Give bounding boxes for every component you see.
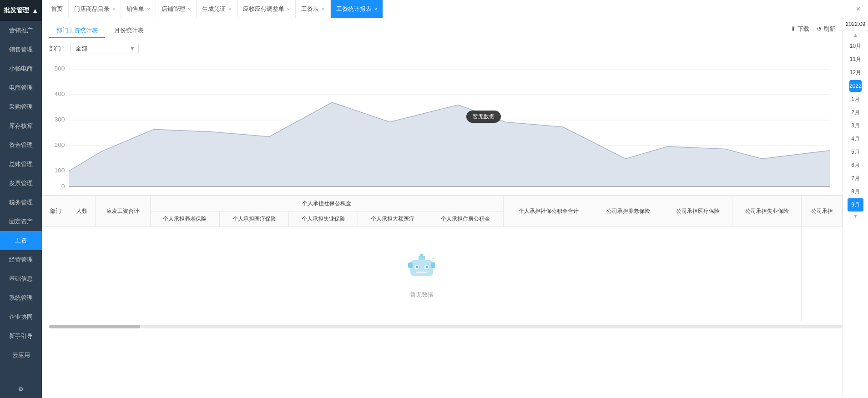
month-item-11月[interactable]: 11月 [848, 53, 863, 66]
tab-label: 生成凭证 [202, 5, 226, 13]
col-personal-social-total: 个人承担社保公积金合计 [503, 196, 594, 227]
sidebar-title: 批发管理 [4, 6, 29, 15]
refresh-icon: ↺ [817, 25, 822, 32]
month-item-8月[interactable]: 8月 [848, 185, 863, 198]
svg-rect-15 [431, 262, 435, 268]
month-item-5月[interactable]: 5月 [848, 146, 863, 159]
month-item-6月[interactable]: 6月 [848, 159, 863, 172]
svg-text:✦: ✦ [432, 257, 435, 261]
tab-label: 销售单 [126, 5, 144, 13]
sidebar-item-固定资产[interactable]: 固定资产 [0, 212, 42, 231]
dept-select[interactable]: 全部 [71, 43, 139, 54]
svg-text:200: 200 [54, 142, 65, 148]
tab-label: 工资表 [301, 5, 319, 13]
sidebar-item-经营管理[interactable]: 经营管理 [0, 250, 42, 269]
chart-tooltip: 暂无数据 [466, 111, 501, 123]
col-personal-medical: 个人承担医疗保险 [220, 212, 289, 227]
col-headcount: 人数 [69, 196, 96, 227]
svg-marker-12 [69, 102, 830, 186]
col-personal-social: 个人承担社保公积金 [150, 196, 503, 212]
tab-应收应付调整单[interactable]: 应收应付调整单× [237, 0, 296, 18]
sidebar-item-资金管理[interactable]: 资金管理 [0, 136, 42, 155]
month-item-2月[interactable]: 2月 [848, 106, 863, 119]
sidebar-item-库存核算[interactable]: 库存核算 [0, 116, 42, 136]
tab-close-icon[interactable]: × [322, 6, 324, 12]
table-area[interactable]: 部门 人数 应发工资合计 个人承担社保公积金 个人承担社保公积金合计 公司承担养… [42, 195, 843, 398]
tab-close-icon[interactable]: × [287, 6, 290, 12]
refresh-button[interactable]: ↺ 刷新 [817, 25, 835, 33]
year-month-panel: 2022.09 ▲ 10月11月12月20221月2月3月4月5月6月7月8月9… [843, 18, 868, 398]
no-data-text: 暂无数据 [410, 291, 434, 299]
tab-close-icon[interactable]: × [112, 6, 115, 12]
svg-text:0: 0 [61, 183, 65, 189]
col-company-pension: 公司承担养老保险 [594, 196, 663, 227]
month-item-12月[interactable]: 12月 [848, 66, 863, 79]
sidebar-header[interactable]: 批发管理 ▲ [0, 0, 42, 21]
sidebar-item-采购管理[interactable]: 采购管理 [0, 97, 42, 116]
tab-label: 门店商品目录 [74, 5, 110, 13]
no-data-row: ✦ ✦ 暂无数据 [42, 227, 802, 321]
tab-生成凭证[interactable]: 生成凭证× [197, 0, 237, 18]
close-all-icon[interactable]: ✕ [856, 5, 861, 12]
tab-close-icon[interactable]: × [188, 6, 191, 12]
download-icon: ⬇ [791, 25, 796, 32]
svg-text:✦: ✦ [429, 255, 431, 257]
sidebar-item-基础信息[interactable]: 基础信息 [0, 269, 42, 288]
year-up-icon[interactable]: ▲ [851, 30, 860, 40]
sidebar-item-系统管理[interactable]: 系统管理 [0, 288, 42, 307]
sub-tabs: 部门工资统计表月份统计表 ⬇ 下载 ↺ 刷新 [42, 18, 843, 38]
no-data-icon: ✦ ✦ [404, 249, 440, 285]
current-date-label: 2022.09 [843, 18, 868, 30]
sidebar-item-电商管理[interactable]: 电商管理 [0, 78, 42, 97]
svg-text:500: 500 [54, 65, 65, 72]
tab-工资统计报表[interactable]: 工资统计报表× [331, 0, 383, 18]
tab-门店商品目录[interactable]: 门店商品目录× [69, 0, 121, 18]
svg-text:400: 400 [54, 91, 65, 97]
tab-销售单[interactable]: 销售单× [121, 0, 156, 18]
tab-店铺管理[interactable]: 店铺管理× [156, 0, 197, 18]
col-personal-pension: 个人承担养老保险 [150, 212, 219, 227]
gear-icon: ⚙ [18, 386, 24, 393]
month-item-4月[interactable]: 4月 [848, 132, 863, 146]
dept-label: 部门： [49, 45, 67, 53]
sub-tab-部门工资统计表[interactable]: 部门工资统计表 [49, 24, 105, 38]
table-scrollbar[interactable] [49, 325, 843, 328]
col-personal-unemployment: 个人承担失业保险 [289, 212, 358, 227]
tab-工资表[interactable]: 工资表× [296, 0, 330, 18]
tabs-bar-close[interactable]: ✕ [852, 5, 864, 12]
month-item-10月[interactable]: 10月 [848, 40, 863, 53]
sidebar-item-工资[interactable]: 工资 [0, 231, 42, 250]
sidebar-item-云应用[interactable]: 云应用 [0, 346, 42, 365]
svg-text:300: 300 [54, 116, 65, 123]
download-button[interactable]: ⬇ 下载 [791, 25, 809, 33]
tab-close-icon[interactable]: × [228, 6, 231, 12]
sidebar-footer[interactable]: ⚙ [0, 380, 42, 398]
tab-close-icon[interactable]: × [374, 6, 377, 12]
sub-tab-月份统计表[interactable]: 月份统计表 [107, 24, 151, 38]
tab-close-icon[interactable]: × [147, 6, 150, 12]
col-personal-housing: 个人承担住房公积金 [427, 212, 504, 227]
sidebar-item-小畅电商[interactable]: 小畅电商 [0, 59, 42, 78]
svg-point-19 [426, 266, 428, 268]
month-item-9月[interactable]: 9月 [848, 198, 863, 212]
svg-rect-20 [416, 272, 427, 273]
year-down-icon[interactable]: ▼ [851, 212, 860, 221]
tab-首页[interactable]: 首页 [45, 0, 69, 18]
svg-point-22 [420, 254, 423, 257]
sidebar-item-企业协同[interactable]: 企业协同 [0, 307, 42, 327]
sidebar-item-税务管理[interactable]: 税务管理 [0, 193, 42, 212]
sidebar-toggle-icon: ▲ [32, 7, 38, 14]
col-personal-large-medical: 个人承担大额医疗 [358, 212, 427, 227]
month-item-1月[interactable]: 1月 [848, 93, 863, 106]
sidebar-item-新手引导[interactable]: 新手引导 [0, 327, 42, 346]
month-item-7月[interactable]: 7月 [848, 172, 863, 185]
sidebar-item-总账管理[interactable]: 总账管理 [0, 155, 42, 174]
content-area: 部门工资统计表月份统计表 ⬇ 下载 ↺ 刷新 部门： [42, 18, 868, 398]
main-area: 首页门店商品目录×销售单×店铺管理×生成凭证×应收应付调整单×工资表×工资统计报… [42, 0, 868, 398]
tabs-bar: 首页门店商品目录×销售单×店铺管理×生成凭证×应收应付调整单×工资表×工资统计报… [42, 0, 868, 18]
sidebar-item-销售管理[interactable]: 销售管理 [0, 40, 42, 59]
sidebar-item-营销推广[interactable]: 营销推广 [0, 21, 42, 40]
year-tag-2022[interactable]: 2022 [849, 80, 862, 92]
month-item-3月[interactable]: 3月 [848, 119, 863, 132]
sidebar-item-发票管理[interactable]: 发票管理 [0, 174, 42, 193]
